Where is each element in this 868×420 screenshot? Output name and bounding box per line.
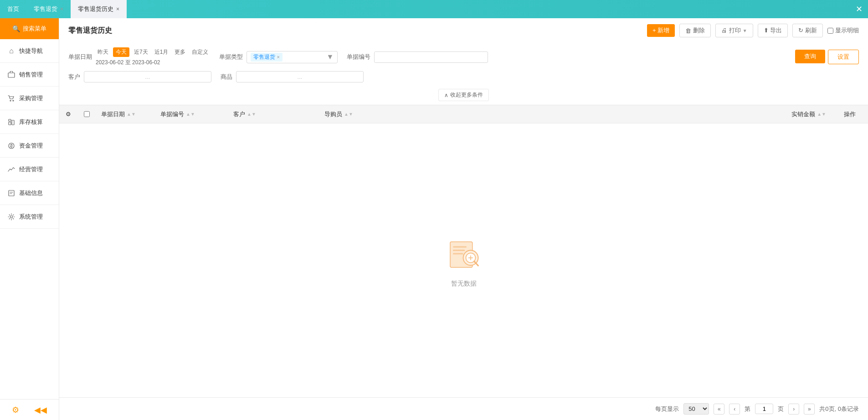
filter-date: 单据日期 昨天 今天 近7天 近1月 更多 自定义 2023-06-02 至 2… [68,47,210,67]
type-tag-close[interactable]: × [277,54,279,60]
svg-point-1 [10,100,11,101]
finance-icon [7,142,15,150]
sidebar-search-label: 搜索菜单 [23,25,46,33]
date-option-yesterday[interactable]: 昨天 [96,47,110,57]
nav-item-label: 资金管理 [19,142,43,150]
number-filter-input[interactable] [374,51,488,63]
display-detail-input[interactable] [827,28,833,34]
page-label: 第 [745,405,750,413]
sidebar-item-purchase[interactable]: 采购管理 [0,87,59,110]
svg-rect-10 [453,246,467,247]
tab-retail-return-close[interactable]: × [60,6,63,12]
sidebar-item-base-info[interactable]: 基础信息 [0,181,59,205]
number-sort-icon: ▲▼ [186,112,195,117]
table-container: ⚙ 单据日期 ▲▼ 单据编号 ▲▼ 客户 ▲▼ 导购员 [59,105,868,397]
type-filter-box[interactable]: 零售退货 × ▼ [247,51,338,63]
th-amount[interactable]: 实销金额 ▲▼ [777,110,832,118]
date-option-custom[interactable]: 自定义 [190,47,210,57]
filter-row-2: 客户 ... 商品 ... [68,71,859,82]
search-icon: 🔍 [12,25,20,32]
date-option-7days[interactable]: 近7天 [132,47,150,57]
nav-item-label: 采购管理 [19,94,43,102]
th-number[interactable]: 单据编号 ▲▼ [155,110,228,118]
next-page-button[interactable]: › [788,404,799,415]
table-header: ⚙ 单据日期 ▲▼ 单据编号 ▲▼ 客户 ▲▼ 导购员 [59,105,868,123]
empty-state: 暂无数据 [59,123,868,397]
th-action: 操作 [832,110,868,118]
prev-page-button[interactable]: ‹ [729,404,740,415]
goods-filter-input[interactable]: ... [236,71,364,82]
sidebar-search[interactable]: 🔍 搜索菜单 [0,18,59,39]
per-page-select[interactable]: 50 10 20 100 [683,403,709,415]
filter-area: 单据日期 昨天 今天 近7天 近1月 更多 自定义 2023-06-02 至 2… [68,43,859,105]
home-icon: ⌂ [7,47,15,55]
select-all-checkbox[interactable] [84,111,90,117]
main-layout: 🔍 搜索菜单 ⌂ 快捷导航 销售管理 [0,18,868,420]
nav-item-label: 系统管理 [19,213,43,221]
customer-placeholder: ... [145,73,150,80]
date-filter-label: 单据日期 [68,53,92,61]
customer-sort-icon: ▲▼ [247,112,256,117]
type-filter-label: 单据类型 [219,53,243,61]
date-option-more[interactable]: 更多 [173,47,187,57]
collapse-filter-button[interactable]: ∧ 收起更多条件 [438,89,489,101]
operations-icon [7,165,15,174]
th-checkbox[interactable] [77,111,96,117]
sidebar-item-operations[interactable]: 经营管理 [0,158,59,181]
tab-home[interactable]: 首页 [0,0,26,18]
filter-goods: 商品 ... [221,71,364,82]
empty-text: 暂无数据 [451,280,477,288]
nav-item-label: 销售管理 [19,71,43,79]
pagination-bar: 每页显示 50 10 20 100 « ‹ 第 页 › » 共0页, 0条记录 [59,397,868,420]
th-settings[interactable]: ⚙ [59,111,77,118]
first-page-button[interactable]: « [714,404,724,415]
number-filter-label: 单据编号 [347,53,370,61]
date-option-today[interactable]: 今天 [113,47,129,57]
customer-filter-input[interactable]: ... [84,71,211,82]
tab-retail-return-history-close[interactable]: × [116,6,119,12]
speaker-footer-icon[interactable]: ◀◀ [34,405,47,415]
tab-retail-return-history[interactable]: 零售退货历史 × [71,0,127,18]
svg-rect-0 [8,73,15,77]
th-number-label: 单据编号 [160,110,184,118]
th-guide-label: 导购员 [324,110,342,118]
refresh-button[interactable]: ↻ 刷新 [792,24,823,37]
toolbar-actions: + 新增 🗑 🗑 删除 删除 🖨 打印 ▼ ⬆ 导出 ↻ 刷新 [647,24,859,37]
date-option-1month[interactable]: 近1月 [153,47,170,57]
svg-rect-7 [9,190,14,196]
base-info-icon [7,189,15,197]
th-customer[interactable]: 客户 ▲▼ [228,110,319,118]
per-page-label: 每页显示 [655,405,679,413]
amount-sort-icon: ▲▼ [817,112,826,117]
delete-button[interactable]: 🗑 🗑 删除 删除 [679,24,711,37]
filter-type: 单据类型 零售退货 × ▼ [219,51,338,63]
collapse-label: 收起更多条件 [450,91,483,99]
export-button[interactable]: ⬆ 导出 [758,24,788,37]
svg-rect-4 [12,120,14,125]
tab-retail-return[interactable]: 零售退货 × [26,0,71,18]
guide-sort-icon: ▲▼ [344,112,353,117]
th-guide[interactable]: 导购员 ▲▼ [319,110,777,118]
query-button[interactable]: 查询 [795,50,825,63]
page-number-input[interactable] [755,404,773,414]
sidebar-item-inventory[interactable]: 库存核算 [0,110,59,134]
sidebar-item-quick-nav[interactable]: ⌂ 快捷导航 [0,39,59,63]
print-button[interactable]: 🖨 打印 ▼ [715,24,753,37]
window-close-button[interactable]: ✕ [850,0,868,18]
display-detail-checkbox[interactable]: 显示明细 [827,26,859,35]
gear-footer-icon[interactable]: ⚙ [12,405,19,415]
date-sort-icon: ▲▼ [127,112,136,117]
nav-item-label: 库存核算 [19,118,43,126]
th-date[interactable]: 单据日期 ▲▼ [96,110,155,118]
page-header: 零售退货历史 + 新增 🗑 🗑 删除 删除 🖨 打印 ▼ ⬆ 导出 [59,18,868,105]
sidebar-item-system[interactable]: 系统管理 [0,205,59,229]
svg-rect-5 [9,119,11,121]
new-button[interactable]: + 新增 [647,24,675,37]
settings-button[interactable]: 设置 [828,50,859,64]
goods-placeholder: ... [298,73,303,80]
sidebar-item-finance[interactable]: 资金管理 [0,134,59,158]
last-page-button[interactable]: » [804,404,815,415]
tab-home-label: 首页 [7,5,19,13]
svg-point-8 [10,215,13,218]
sidebar-item-sales[interactable]: 销售管理 [0,63,59,87]
